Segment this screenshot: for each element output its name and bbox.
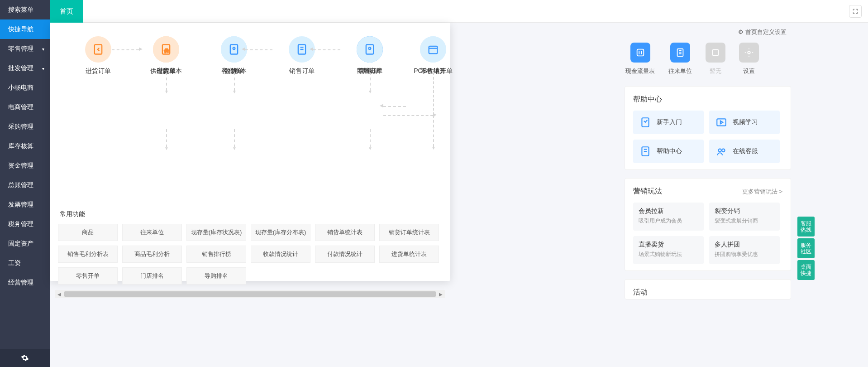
- float-btn-0[interactable]: 客服热线: [797, 217, 815, 237]
- scrollbar-thumb[interactable]: [64, 291, 436, 297]
- gear-icon: ⚙: [738, 29, 744, 35]
- market-item-0[interactable]: 会员拉新吸引用户成为会员: [633, 203, 704, 231]
- help-icon: [715, 116, 727, 128]
- common-btn-12[interactable]: 零售开单: [58, 267, 118, 285]
- common-btn-2[interactable]: 现存量(库存状况表): [186, 224, 246, 241]
- sidebar-item-5[interactable]: 电商管理: [0, 97, 50, 117]
- home-custom-settings-link[interactable]: ⚙首页自定义设置: [625, 25, 791, 43]
- svg-rect-24: [717, 119, 726, 126]
- arrow: [313, 49, 340, 50]
- common-btn-9[interactable]: 收款情况统计: [251, 246, 310, 263]
- floating-side-buttons: 客服热线服务社区桌面快捷: [797, 217, 815, 280]
- node-retail-out[interactable]: 零售出库: [336, 36, 404, 75]
- sidebar-item-2[interactable]: 零售管理▾: [0, 39, 50, 58]
- quick-icon: [706, 43, 725, 63]
- horizontal-scrollbar[interactable]: ◀ ▶: [55, 290, 445, 298]
- scroll-right-button[interactable]: ▶: [437, 290, 445, 298]
- flow-diagram: 进货订单 进货单 销货单 销售订单 商城订单 POS收银开单 ¥付款单 ¥收款单…: [55, 36, 445, 208]
- common-functions-title: 常用功能: [60, 210, 445, 218]
- marketing-grid: 会员拉新吸引用户成为会员裂变分销裂变式发展分销商直播卖货场景式购物新玩法多人拼团…: [633, 203, 782, 264]
- quicknav-flyout: 进货订单 进货单 销货单 销售订单 商城订单 POS收银开单 ¥付款单 ¥收款单…: [50, 23, 450, 281]
- quick-item-3[interactable]: 设置: [739, 43, 759, 75]
- arrow: [166, 129, 167, 147]
- arrow: [234, 129, 235, 147]
- common-btn-3[interactable]: 现存量(库存分布表): [251, 224, 310, 241]
- quick-icon: [670, 43, 690, 63]
- float-btn-2[interactable]: 桌面快捷: [797, 260, 815, 280]
- sidebar-item-3[interactable]: 批发管理▾: [0, 58, 50, 78]
- tab-home[interactable]: 首页: [50, 0, 83, 23]
- help-icon: [639, 116, 651, 128]
- arrow: [112, 49, 139, 50]
- arrow: [383, 106, 406, 107]
- caret-down-icon: ▾: [42, 39, 44, 58]
- quick-item-1[interactable]: 往来单位: [668, 43, 692, 75]
- common-btn-13[interactable]: 门店排名: [122, 267, 182, 285]
- node-purchase-order[interactable]: 进货订单: [64, 36, 132, 75]
- quick-item-2[interactable]: 暂无: [706, 43, 725, 75]
- node-customer-ledger[interactable]: 客户账本: [200, 36, 268, 75]
- sidebar-item-10[interactable]: 发票管理: [0, 195, 50, 214]
- help-icon: [639, 145, 651, 157]
- marketing-more-link[interactable]: 更多营销玩法 >: [742, 188, 782, 196]
- common-btn-1[interactable]: 往来单位: [122, 224, 182, 241]
- help-grid: 新手入门视频学习帮助中心在线客服: [633, 111, 782, 163]
- node-sales-order[interactable]: 销售订单: [268, 36, 336, 75]
- node-supplier-ledger[interactable]: 供供应商账本: [132, 36, 200, 75]
- sidebar-item-14[interactable]: 经营管理: [0, 273, 50, 292]
- common-btn-7[interactable]: 商品毛利分析: [122, 246, 182, 263]
- right-column: ⚙首页自定义设置 现金流量表往来单位暂无设置 帮助中心 新手入门视频学习帮助中心…: [625, 25, 791, 308]
- sidebar-item-13[interactable]: 工资: [0, 253, 50, 273]
- arrow: [245, 49, 272, 50]
- arrow: [166, 72, 167, 91]
- sidebar-item-6[interactable]: 采购管理: [0, 117, 50, 136]
- market-item-1[interactable]: 裂变分销裂变式发展分销商: [709, 203, 780, 231]
- common-btn-5[interactable]: 销货订单统计表: [379, 224, 439, 241]
- common-btn-6[interactable]: 销售毛利分析表: [58, 246, 118, 263]
- help-center-card: 帮助中心 新手入门视频学习帮助中心在线客服: [625, 86, 791, 170]
- help-item-1[interactable]: 视频学习: [709, 111, 780, 134]
- market-item-3[interactable]: 多人拼团拼团购物享受优惠: [709, 236, 780, 264]
- common-btn-10[interactable]: 付款情况统计: [315, 246, 375, 263]
- common-btn-8[interactable]: 销售排行榜: [186, 246, 246, 263]
- arrow: [433, 115, 434, 147]
- arrow: [370, 129, 371, 147]
- fullscreen-button[interactable]: [849, 5, 862, 18]
- arrow: [234, 72, 235, 91]
- activity-card: 活动: [625, 279, 791, 299]
- sidebar: 搜索菜单快捷导航零售管理▾批发管理▾小畅电商电商管理采购管理库存核算资金管理总账…: [0, 0, 50, 367]
- help-item-2[interactable]: 帮助中心: [633, 140, 704, 163]
- common-btn-11[interactable]: 进货单统计表: [379, 246, 439, 263]
- help-item-3[interactable]: 在线客服: [709, 140, 780, 163]
- common-btn-0[interactable]: 商品: [58, 224, 118, 241]
- sidebar-item-4[interactable]: 小畅电商: [0, 78, 50, 97]
- sidebar-item-11[interactable]: 税务管理: [0, 214, 50, 234]
- arrow: [433, 72, 434, 115]
- svg-point-15: [233, 47, 235, 49]
- sidebar-item-0[interactable]: 搜索菜单: [0, 0, 50, 19]
- sidebar-item-8[interactable]: 资金管理: [0, 156, 50, 175]
- sidebar-item-12[interactable]: 固定资产: [0, 234, 50, 253]
- svg-point-26: [719, 149, 722, 152]
- marketing-title: 营销玩法: [633, 187, 662, 196]
- quick-shortcuts-row: 现金流量表往来单位暂无设置: [625, 43, 791, 75]
- node-retail-settle[interactable]: 零售结算: [399, 36, 467, 75]
- common-btn-14[interactable]: 导购排名: [186, 267, 246, 285]
- svg-rect-19: [637, 49, 644, 56]
- gear-icon: [21, 354, 29, 362]
- sidebar-item-7[interactable]: 库存核算: [0, 136, 50, 156]
- svg-rect-21: [713, 50, 719, 56]
- sidebar-item-9[interactable]: 总账管理: [0, 175, 50, 195]
- float-btn-1[interactable]: 服务社区: [797, 238, 815, 258]
- sidebar-item-1[interactable]: 快捷导航: [0, 19, 50, 39]
- scroll-left-button[interactable]: ◀: [55, 290, 63, 298]
- sidebar-settings[interactable]: [0, 349, 50, 367]
- market-item-2[interactable]: 直播卖货场景式购物新玩法: [633, 236, 704, 264]
- common-btn-4[interactable]: 销货单统计表: [315, 224, 375, 241]
- svg-text:供: 供: [164, 48, 168, 53]
- help-item-0[interactable]: 新手入门: [633, 111, 704, 134]
- svg-point-22: [748, 51, 750, 54]
- fullscreen-icon: [852, 8, 858, 14]
- help-icon: [715, 145, 727, 157]
- quick-item-0[interactable]: 现金流量表: [625, 43, 655, 75]
